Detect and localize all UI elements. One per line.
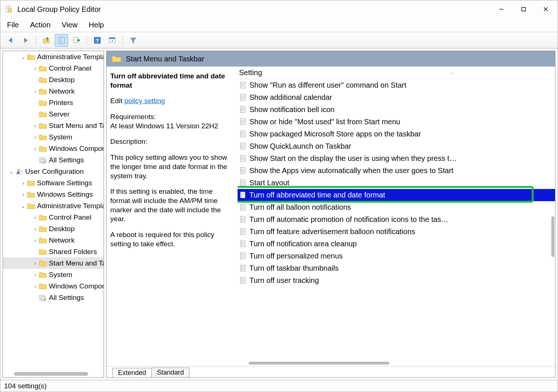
setting-label: Turn off feature advertisement balloon n… [249,227,415,236]
tree-horizontal-scrollbar[interactable] [14,372,88,376]
policy-setting-icon [239,81,247,89]
policy-setting-icon [239,264,247,273]
maximize-button[interactable] [512,0,535,18]
back-button[interactable] [4,34,17,47]
expander-closed-icon[interactable]: › [32,283,38,289]
setting-row[interactable]: Turn off personalized menus [238,250,555,262]
tree-item[interactable]: ›Start Menu and Taskbar [3,257,104,269]
expander-open-icon[interactable]: ⌄ [20,203,27,209]
menu-help[interactable]: Help [88,19,105,31]
expander-open-icon[interactable]: ⌄ [8,169,15,175]
setting-row[interactable]: Show QuickLaunch on Taskbar [238,140,555,152]
toolbar-separator [87,35,87,45]
tree-item-label: User Configuration [25,168,84,176]
expander-closed-icon[interactable]: › [32,226,38,232]
tab-standard[interactable]: Standard [151,368,189,377]
forward-button[interactable] [19,34,32,47]
expander-closed-icon[interactable]: › [32,272,38,278]
expander-closed-icon[interactable]: › [32,214,38,220]
expander-closed-icon[interactable]: › [32,146,38,152]
setting-label: Show additional calendar [249,93,332,102]
tree-item[interactable]: ›System [3,131,104,143]
expander-closed-icon[interactable]: › [32,88,38,94]
setting-row[interactable]: Show packaged Microsoft Store apps on th… [238,128,555,140]
tree-item[interactable]: ⌄Administrative Templates [3,200,104,212]
right-vertical-scrollbar[interactable] [551,216,554,257]
setting-row[interactable]: Show or hide "Most used" list from Start… [238,116,555,128]
tree-item[interactable]: ›Windows Settings [3,189,104,200]
setting-row[interactable]: Show Start on the display the user is us… [238,152,555,165]
menu-bar: File Action View Help [0,18,558,32]
expander-closed-icon[interactable]: › [32,134,38,140]
expander-closed-icon[interactable]: › [20,192,27,197]
tree-item-label: Control Panel [49,64,91,72]
setting-row[interactable]: Show the Apps view automatically when th… [238,165,555,177]
menu-file[interactable]: File [6,19,20,31]
settings-column-header[interactable]: Setting ︿ [238,67,555,79]
filter-button[interactable] [127,34,140,47]
tree-item[interactable]: ›System [3,269,104,280]
tree-item[interactable]: ›Windows Components [3,280,104,292]
folder-icon [38,76,47,84]
expander-closed-icon[interactable]: › [32,237,38,243]
show-hide-tree-button[interactable] [55,34,68,47]
menu-view[interactable]: View [61,19,78,31]
tree-item[interactable]: All Settings [3,154,104,166]
tree-item[interactable]: ›Windows Components [3,143,104,154]
policy-setting-icon [239,167,247,175]
setting-row[interactable]: Show additional calendar [238,91,555,104]
action-pane-button[interactable] [105,34,119,47]
tree-item[interactable]: Server [3,108,104,120]
expander-closed-icon[interactable]: › [20,180,27,186]
tree-item[interactable]: ›Network [3,85,104,97]
all-settings-icon [38,156,47,164]
tree-item[interactable]: ›Control Panel [3,212,104,223]
minimize-button[interactable] [490,0,512,18]
menu-action[interactable]: Action [29,19,51,31]
setting-row[interactable]: Turn off all balloon notifications [238,201,555,213]
setting-row[interactable]: Turn off abbreviated time and date forma… [238,189,555,201]
status-bar: 104 setting(s) [0,380,558,392]
tree-item[interactable]: ›Network [3,234,104,246]
folder-icon [27,191,36,198]
setting-row[interactable]: Turn off automatic promotion of notifica… [238,213,555,226]
tree-item[interactable]: ›Desktop [3,223,104,234]
tree-item[interactable]: Desktop [3,74,104,85]
policy-setting-icon [239,277,247,285]
tree-item[interactable]: ›Start Menu and Taskbar [3,120,104,131]
right-pane: Start Menu and Taskbar Turn off abbrevia… [106,51,555,378]
tab-extended[interactable]: Extended [112,368,152,378]
app-icon [5,5,13,13]
setting-row[interactable]: Show "Run as different user" command on … [238,79,555,91]
folder-icon [38,214,47,221]
setting-row[interactable]: Turn off feature advertisement balloon n… [238,226,555,238]
tree-item[interactable]: ›Software Settings [3,177,104,189]
tree-item[interactable]: Printers [3,97,104,108]
setting-row[interactable]: Turn off notification area cleanup [238,238,555,250]
setting-row[interactable]: Turn off user tracking [238,274,555,287]
setting-row[interactable]: Turn off taskbar thumbnails [238,262,555,274]
expander-closed-icon[interactable]: › [32,123,38,129]
help-button[interactable] [91,34,104,47]
tree-item[interactable]: ⌄Administrative Templates [3,51,104,62]
close-button[interactable] [535,0,557,18]
folder-icon [38,225,47,233]
window-title: Local Group Policy Editor [17,5,101,14]
tree-item-label: System [49,133,72,141]
folder-up-button[interactable] [40,34,53,47]
expander-closed-icon[interactable]: › [32,260,38,266]
expander-closed-icon[interactable]: › [32,65,38,71]
tree-item-label: Start Menu and Taskbar [49,122,104,130]
export-list-button[interactable] [70,34,83,47]
tree-item[interactable]: ⌄User Configuration [3,166,104,177]
tree-item[interactable]: ›Control Panel [3,62,104,74]
setting-row[interactable]: Start Layout [238,177,555,189]
title-bar: Local Group Policy Editor [0,0,558,18]
tree-item[interactable]: All Settings [3,292,104,303]
tree-item[interactable]: Shared Folders [3,246,104,257]
expander-open-icon[interactable]: ⌄ [20,54,27,60]
setting-row[interactable]: Show notification bell icon [238,104,555,116]
folder-icon [27,53,36,61]
edit-policy-setting-link[interactable]: policy setting [124,97,165,105]
settings-horizontal-scrollbar[interactable] [249,362,389,365]
